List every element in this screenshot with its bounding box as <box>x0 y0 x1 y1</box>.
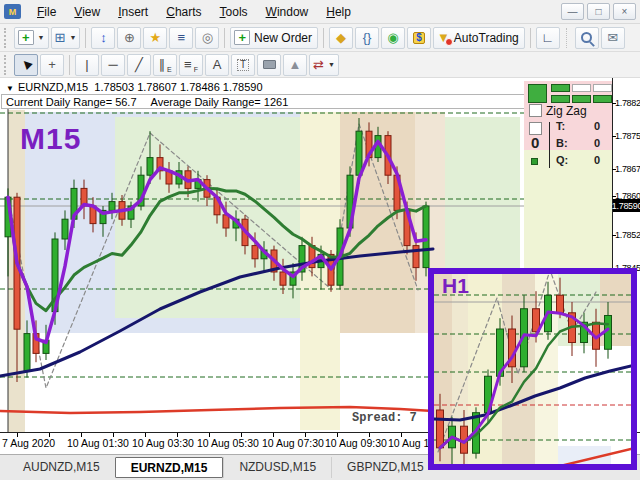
trendline-button[interactable]: ╱ <box>127 54 151 76</box>
tab-audnzd-m15[interactable]: AUDNZD,M15 <box>8 457 115 478</box>
collapse-caret-icon[interactable]: ▼ <box>6 84 14 93</box>
panel-divider <box>549 122 550 168</box>
mtf-cell <box>593 95 612 103</box>
cursor-button[interactable]: ▶ <box>14 54 38 76</box>
signals-icon: ◉ <box>387 31 398 44</box>
menu-insert[interactable]: Insert <box>109 3 157 21</box>
menu-charts[interactable]: Charts <box>157 3 210 21</box>
menu-bar: M FileViewInsertChartsToolsWindowHelp — … <box>0 0 640 24</box>
label-button[interactable]: T <box>231 54 255 76</box>
terminal-button[interactable]: ≡ <box>169 27 193 49</box>
market-button[interactable]: $ <box>407 27 431 49</box>
restore-button[interactable]: □ <box>587 3 610 20</box>
price-label: 1.78675 <box>615 164 640 174</box>
market-icon: $ <box>413 32 425 44</box>
zigzag-checkbox[interactable] <box>529 104 542 117</box>
menu-view[interactable]: View <box>65 3 109 21</box>
profiles-button[interactable]: ⊞▼ <box>51 27 81 49</box>
channel-icon: ∥ <box>158 58 165 71</box>
horizontal-line-button[interactable]: ─ <box>101 54 125 76</box>
chevron-down-icon[interactable]: ▼ <box>38 34 45 41</box>
chart-bar-button[interactable]: ∟ <box>536 27 560 49</box>
axes-icon: ∟ <box>541 31 554 44</box>
terminal-icon: ≡ <box>178 31 186 44</box>
time-label: 10 Aug 05:30 <box>197 437 259 449</box>
rectangle-button[interactable] <box>257 54 281 76</box>
price-label: 1.78525 <box>615 230 640 240</box>
autotrading-button[interactable]: ▼AutoTrading <box>433 27 525 49</box>
textA-icon: A <box>213 58 222 71</box>
toolbar-sep <box>69 55 70 75</box>
signals-button[interactable]: ◉ <box>381 27 405 49</box>
navigator-button[interactable]: ★ <box>143 27 167 49</box>
stat-key: B: <box>556 137 568 149</box>
neworder-icon: + <box>234 30 250 45</box>
vline-icon: | <box>85 58 88 71</box>
menu-file[interactable]: File <box>28 3 65 21</box>
toolbar-sep <box>224 28 225 48</box>
tester-icon: ◎ <box>202 31 213 44</box>
current-daily-range: Current Daily Range= 56.7 <box>6 96 137 108</box>
chat-button[interactable]: ✉ <box>601 27 625 49</box>
autotrading-button-label: AutoTrading <box>452 31 521 45</box>
chart-symbol-line: ▼EURNZD,M15 1.78503 1.78607 1.78486 1.78… <box>6 81 263 93</box>
toolbar-grip <box>4 28 9 48</box>
indicator-panel-bottom <box>524 150 612 268</box>
stat-value: 0 <box>594 137 600 149</box>
time-label: 7 Aug 2020 <box>2 437 55 449</box>
chart-symbol: EURNZD,M15 <box>18 81 88 93</box>
toolbar-grip <box>4 55 9 75</box>
marketwatch-icon: ↕ <box>100 31 107 44</box>
channel-button[interactable]: ∥E <box>153 54 177 76</box>
data-window-button[interactable]: ⊕ <box>117 27 141 49</box>
crosshair-button[interactable]: + <box>40 54 64 76</box>
close-button[interactable]: × <box>613 3 636 20</box>
tab-gbpnzd-m15[interactable]: GBPNZD,M15 <box>331 457 439 478</box>
mtf-indicator-main-square <box>528 84 547 103</box>
menu-help[interactable]: Help <box>317 3 360 21</box>
spread-label: Spread: 7 <box>352 411 417 425</box>
chat-icon: ✉ <box>607 31 618 44</box>
triangle-button[interactable]: ▲ <box>283 54 307 76</box>
time-label: 10 Aug 03:30 <box>132 437 194 449</box>
h1-inset-chart[interactable]: H1 <box>428 268 637 470</box>
new-chart-button[interactable]: +▼ <box>14 27 49 49</box>
mtf-cell <box>572 84 591 92</box>
average-daily-range: Average Daily Range= 1261 <box>151 96 289 108</box>
chart-window: ▼EURNZD,M15 1.78503 1.78607 1.78486 1.78… <box>0 78 640 454</box>
toolbar-sep2 <box>566 28 569 48</box>
minimize-button[interactable]: — <box>561 3 584 20</box>
stat-value: 0 <box>594 154 600 166</box>
mtf-cell <box>593 84 612 92</box>
menu-tools[interactable]: Tools <box>211 3 257 21</box>
arrows-button[interactable]: ⇄▼ <box>309 54 339 76</box>
new-order-button[interactable]: +New Order <box>230 27 318 49</box>
daily-range-strip: Current Daily Range= 56.7 Average Daily … <box>1 94 525 109</box>
metaeditor-button[interactable]: {} <box>355 27 379 49</box>
drawing-toolbar: ▶+|─╱∥E≡FAT▲⇄▼ <box>0 52 640 78</box>
chevron-down-icon[interactable]: ▼ <box>328 61 335 68</box>
time-label: 10 Aug 07:30 <box>262 437 324 449</box>
text-button[interactable]: A <box>205 54 229 76</box>
navigator-icon: ★ <box>150 31 162 44</box>
chartplus-icon: + <box>18 30 34 45</box>
metaquotes-button[interactable]: ◆ <box>329 27 353 49</box>
counter-value: 0 <box>531 134 539 151</box>
h1-chart-canvas[interactable] <box>434 274 631 464</box>
zoom-button[interactable] <box>575 27 599 49</box>
tab-eurnzd-m15[interactable]: EURNZD,M15 <box>115 457 224 478</box>
fibonacci-button[interactable]: ≡F <box>179 54 203 76</box>
chevron-down-icon[interactable]: ▼ <box>69 34 76 41</box>
stat-key: Q: <box>556 154 568 166</box>
price-tick <box>612 136 616 137</box>
stat-row-q: Q: 0 <box>556 154 600 166</box>
tab-nzdusd-m15[interactable]: NZDUSD,M15 <box>223 457 331 478</box>
vertical-line-button[interactable]: | <box>75 54 99 76</box>
cursor-icon: ▶ <box>19 58 33 72</box>
market-watch-button[interactable]: ↕ <box>91 27 115 49</box>
autotrading-icon: ▼ <box>437 31 450 44</box>
time-label: 10 Aug 09:30 <box>325 437 387 449</box>
strategy-tester-button[interactable]: ◎ <box>195 27 219 49</box>
menu-window[interactable]: Window <box>257 3 318 21</box>
mtf-cell <box>572 95 591 103</box>
